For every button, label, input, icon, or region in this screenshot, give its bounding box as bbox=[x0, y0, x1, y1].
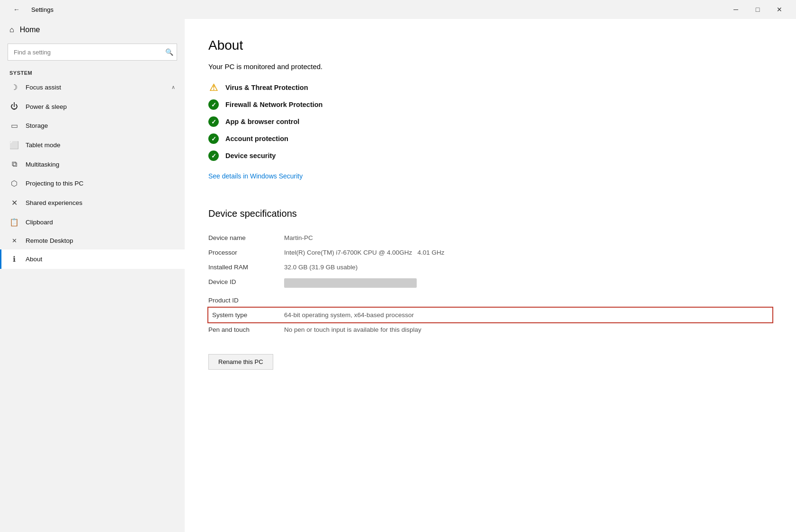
remote-desktop-icon: ✕ bbox=[9, 237, 19, 244]
close-icon: ✕ bbox=[777, 6, 782, 13]
minimize-button[interactable]: ─ bbox=[725, 0, 747, 19]
maximize-icon: □ bbox=[756, 6, 760, 13]
section-divider bbox=[208, 194, 772, 208]
spec-value bbox=[284, 293, 772, 308]
sidebar-item-label: Shared experiences bbox=[26, 199, 82, 206]
sidebar-item-tablet-mode[interactable]: ⬜ Tablet mode bbox=[0, 135, 185, 155]
home-icon: ⌂ bbox=[9, 26, 14, 34]
power-sleep-icon: ⏻ bbox=[9, 102, 19, 111]
storage-icon: ▭ bbox=[9, 121, 19, 130]
spec-row-processor: Processor Intel(R) Core(TM) i7-6700K CPU… bbox=[208, 245, 772, 260]
sidebar-item-label: Storage bbox=[26, 122, 48, 129]
sidebar-section-label: System bbox=[0, 67, 185, 78]
about-icon: ℹ bbox=[9, 255, 19, 264]
titlebar-title: Settings bbox=[31, 6, 54, 13]
spec-label: Installed RAM bbox=[208, 260, 284, 275]
protection-item-label: Virus & Threat Protection bbox=[225, 84, 308, 91]
sidebar-item-label: About bbox=[26, 256, 42, 263]
back-button[interactable]: ← bbox=[6, 0, 27, 19]
sidebar-item-label: Projecting to this PC bbox=[26, 180, 83, 187]
sidebar-item-projecting[interactable]: ⬡ Projecting to this PC bbox=[0, 174, 185, 193]
spec-value: Martin-PC bbox=[284, 231, 772, 245]
main-container: ⌂ Home 🔍 System ☽ Focus assist ∧ ⏻ Power… bbox=[0, 19, 796, 532]
sidebar-item-focus-assist[interactable]: ☽ Focus assist ∧ bbox=[0, 78, 185, 97]
sidebar-item-remote-desktop[interactable]: ✕ Remote Desktop bbox=[0, 232, 185, 249]
spec-row-device-id: Device ID bbox=[208, 275, 772, 293]
protection-item-app-browser: ✓ App & browser control bbox=[208, 113, 772, 130]
spec-value bbox=[284, 275, 772, 293]
search-box: 🔍 bbox=[8, 44, 177, 61]
ok-icon: ✓ bbox=[208, 99, 219, 110]
spec-row-ram: Installed RAM 32.0 GB (31.9 GB usable) bbox=[208, 260, 772, 275]
sidebar-item-multitasking[interactable]: ⧉ Multitasking bbox=[0, 155, 185, 174]
ok-icon: ✓ bbox=[208, 116, 219, 127]
spec-label: Processor bbox=[208, 245, 284, 260]
spec-label: System type bbox=[208, 308, 284, 322]
rename-pc-button[interactable]: Rename this PC bbox=[208, 354, 273, 370]
page-title: About bbox=[208, 38, 772, 53]
see-details-link[interactable]: See details in Windows Security bbox=[208, 172, 303, 180]
sidebar-home-label: Home bbox=[20, 26, 40, 34]
clipboard-icon: 📋 bbox=[9, 218, 19, 227]
sidebar-item-label: Multitasking bbox=[26, 161, 59, 168]
maximize-button[interactable]: □ bbox=[747, 0, 769, 19]
sidebar-item-power-sleep[interactable]: ⏻ Power & sleep bbox=[0, 97, 185, 116]
sidebar-item-label: Clipboard bbox=[26, 219, 53, 226]
spec-label: Pen and touch bbox=[208, 322, 284, 337]
search-input[interactable] bbox=[8, 44, 177, 61]
sidebar-item-label: Remote Desktop bbox=[26, 237, 73, 244]
redacted-device-id bbox=[284, 278, 417, 288]
sidebar-item-label: Focus assist bbox=[26, 84, 61, 91]
sidebar-item-about[interactable]: ℹ About bbox=[0, 249, 185, 269]
device-specs-title: Device specifications bbox=[208, 208, 772, 219]
protection-item-virus: ⚠ Virus & Threat Protection bbox=[208, 79, 772, 96]
sidebar-item-label: Tablet mode bbox=[26, 142, 61, 149]
spec-row-pen-touch: Pen and touch No pen or touch input is a… bbox=[208, 322, 772, 337]
search-icon: 🔍 bbox=[165, 48, 173, 56]
sidebar-item-shared-experiences[interactable]: ✕ Shared experiences bbox=[0, 193, 185, 213]
sidebar-item-clipboard[interactable]: 📋 Clipboard bbox=[0, 213, 185, 232]
chevron-up-icon: ∧ bbox=[171, 84, 175, 90]
protection-item-label: Firewall & Network Protection bbox=[225, 101, 322, 108]
projecting-icon: ⬡ bbox=[9, 179, 19, 188]
back-icon: ← bbox=[13, 6, 20, 13]
spec-value: 32.0 GB (31.9 GB usable) bbox=[284, 260, 772, 275]
protection-item-firewall: ✓ Firewall & Network Protection bbox=[208, 96, 772, 113]
shared-experiences-icon: ✕ bbox=[9, 198, 19, 207]
spec-label: Product ID bbox=[208, 293, 284, 308]
sidebar-item-storage[interactable]: ▭ Storage bbox=[0, 116, 185, 135]
spec-value: Intel(R) Core(TM) i7-6700K CPU @ 4.00GHz… bbox=[284, 245, 772, 260]
focus-assist-icon: ☽ bbox=[9, 83, 19, 92]
spec-value: 64-bit operating system, x64-based proce… bbox=[284, 308, 772, 322]
spec-value: No pen or touch input is available for t… bbox=[284, 322, 772, 337]
warning-icon: ⚠ bbox=[208, 82, 219, 93]
spec-row-system-type: System type 64-bit operating system, x64… bbox=[208, 308, 772, 322]
ok-icon: ✓ bbox=[208, 151, 219, 161]
content-area: About Your PC is monitored and protected… bbox=[185, 19, 796, 532]
multitasking-icon: ⧉ bbox=[9, 160, 19, 168]
sidebar: ⌂ Home 🔍 System ☽ Focus assist ∧ ⏻ Power… bbox=[0, 19, 185, 532]
protection-item-label: Device security bbox=[225, 152, 276, 160]
minimize-icon: ─ bbox=[733, 6, 738, 13]
spec-row-device-name: Device name Martin-PC bbox=[208, 231, 772, 245]
spec-row-product-id: Product ID bbox=[208, 293, 772, 308]
window-controls: ─ □ ✕ bbox=[725, 0, 790, 19]
sidebar-item-label: Power & sleep bbox=[26, 103, 67, 110]
close-button[interactable]: ✕ bbox=[769, 0, 790, 19]
spec-label: Device name bbox=[208, 231, 284, 245]
protection-item-label: Account protection bbox=[225, 135, 288, 142]
tablet-mode-icon: ⬜ bbox=[9, 141, 19, 150]
ok-icon: ✓ bbox=[208, 133, 219, 144]
protection-subtitle: Your PC is monitored and protected. bbox=[208, 62, 772, 71]
protection-item-label: App & browser control bbox=[225, 118, 299, 125]
titlebar: ← Settings ─ □ ✕ bbox=[0, 0, 796, 19]
protection-item-device-security: ✓ Device security bbox=[208, 147, 772, 164]
sidebar-home-item[interactable]: ⌂ Home bbox=[0, 19, 185, 41]
protection-item-account: ✓ Account protection bbox=[208, 130, 772, 147]
specs-table: Device name Martin-PC Processor Intel(R)… bbox=[208, 231, 772, 337]
spec-label: Device ID bbox=[208, 275, 284, 293]
protection-list: ⚠ Virus & Threat Protection ✓ Firewall &… bbox=[208, 79, 772, 164]
